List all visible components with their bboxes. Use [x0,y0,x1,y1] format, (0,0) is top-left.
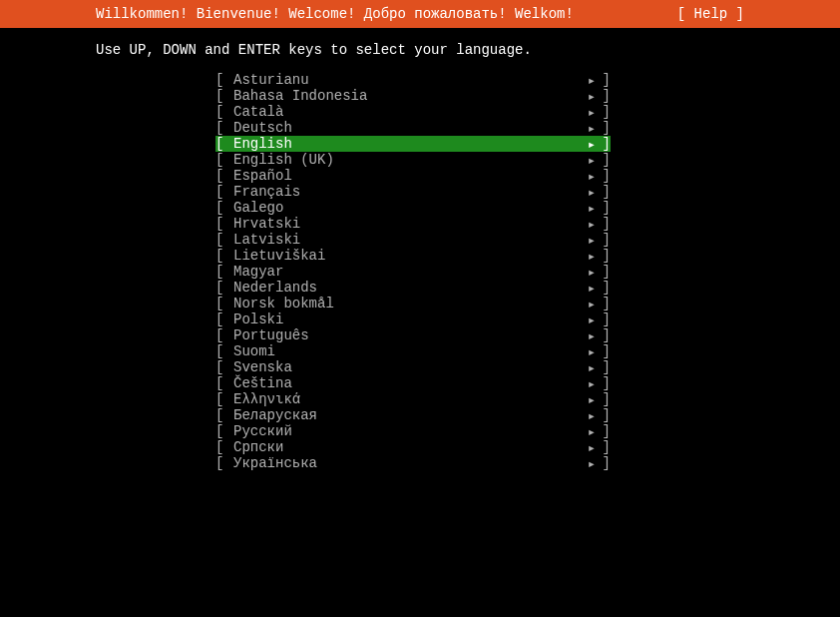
language-option[interactable]: [Norsk bokmål▸] [215,296,611,311]
help-button[interactable]: [ Help ] [677,6,840,22]
header-title: Willkommen! Bienvenue! Welcome! Добро по… [0,6,574,22]
bracket-open: [ [215,375,233,391]
language-label: Suomi [233,343,583,359]
language-menu: [Asturianu▸][Bahasa Indonesia▸][Català▸]… [0,72,840,471]
language-option[interactable]: [Čeština▸] [215,375,611,391]
bracket-close: ] [601,104,611,120]
language-option[interactable]: [Українська▸] [215,455,611,471]
bracket-open: [ [215,200,233,216]
bracket-open: [ [215,407,233,423]
language-option[interactable]: [Bahasa Indonesia▸] [215,88,611,104]
language-label: Ελληνικά [233,391,583,407]
submenu-arrow-icon: ▸ [583,327,601,344]
bracket-open: [ [215,152,233,168]
language-option[interactable]: [Magyar▸] [215,264,611,280]
submenu-arrow-icon: ▸ [583,407,601,424]
instruction-text: Use UP, DOWN and ENTER keys to select yo… [0,28,840,72]
bracket-close: ] [601,423,611,439]
submenu-arrow-icon: ▸ [583,232,601,249]
bracket-open: [ [215,391,233,407]
bracket-close: ] [601,136,611,152]
bracket-close: ] [601,264,611,280]
bracket-open: [ [215,311,233,327]
language-option[interactable]: [Français▸] [215,184,611,200]
submenu-arrow-icon: ▸ [583,343,601,360]
bracket-open: [ [215,136,233,152]
bracket-open: [ [215,439,233,455]
language-label: Русский [233,423,583,439]
submenu-arrow-icon: ▸ [583,184,601,201]
submenu-arrow-icon: ▸ [583,72,601,89]
language-option[interactable]: [Ελληνικά▸] [215,391,611,407]
language-option[interactable]: [Српски▸] [215,439,611,455]
submenu-arrow-icon: ▸ [583,311,601,328]
bracket-close: ] [601,407,611,423]
submenu-arrow-icon: ▸ [583,216,601,233]
language-option[interactable]: [Hrvatski▸] [215,216,611,232]
bracket-close: ] [601,184,611,200]
language-option[interactable]: [Lietuviškai▸] [215,248,611,264]
language-label: Deutsch [233,120,583,136]
language-option[interactable]: [Português▸] [215,327,611,343]
language-option[interactable]: [Svenska▸] [215,359,611,375]
submenu-arrow-icon: ▸ [583,359,601,376]
submenu-arrow-icon: ▸ [583,375,601,392]
language-option[interactable]: [Polski▸] [215,311,611,327]
language-option[interactable]: [Suomi▸] [215,343,611,359]
bracket-open: [ [215,104,233,120]
language-label: Hrvatski [233,216,583,232]
bracket-open: [ [215,168,233,184]
bracket-close: ] [601,359,611,375]
bracket-open: [ [215,216,233,232]
language-label: English [233,136,583,152]
language-label: Nederlands [233,280,583,296]
language-option[interactable]: [English▸] [215,136,611,152]
bracket-close: ] [601,152,611,168]
bracket-open: [ [215,232,233,248]
header-bar: Willkommen! Bienvenue! Welcome! Добро по… [0,0,840,28]
bracket-close: ] [601,200,611,216]
bracket-close: ] [601,391,611,407]
bracket-close: ] [601,296,611,311]
bracket-open: [ [215,184,233,200]
language-label: Українська [233,455,583,471]
language-option[interactable]: [Català▸] [215,104,611,120]
submenu-arrow-icon: ▸ [583,455,601,472]
language-label: Bahasa Indonesia [233,88,583,104]
language-option[interactable]: [Español▸] [215,168,611,184]
submenu-arrow-icon: ▸ [583,264,601,281]
submenu-arrow-icon: ▸ [583,120,601,137]
language-label: Magyar [233,264,583,280]
bracket-open: [ [215,280,233,296]
bracket-close: ] [601,311,611,327]
submenu-arrow-icon: ▸ [583,439,601,456]
submenu-arrow-icon: ▸ [583,104,601,121]
submenu-arrow-icon: ▸ [583,296,601,312]
bracket-open: [ [215,327,233,343]
language-label: Latviski [233,232,583,248]
language-option[interactable]: [English (UK)▸] [215,152,611,168]
bracket-open: [ [215,359,233,375]
language-label: Polski [233,311,583,327]
language-option[interactable]: [Deutsch▸] [215,120,611,136]
submenu-arrow-icon: ▸ [583,280,601,297]
language-label: English (UK) [233,152,583,168]
bracket-close: ] [601,232,611,248]
language-option[interactable]: [Беларуская▸] [215,407,611,423]
language-label: Беларуская [233,407,583,423]
language-label: Català [233,104,583,120]
language-option[interactable]: [Galego▸] [215,200,611,216]
language-option[interactable]: [Русский▸] [215,423,611,439]
language-label: Norsk bokmål [233,296,583,311]
bracket-close: ] [601,375,611,391]
bracket-close: ] [601,327,611,343]
submenu-arrow-icon: ▸ [583,200,601,217]
language-label: Asturianu [233,72,583,88]
bracket-open: [ [215,88,233,104]
language-option[interactable]: [Nederlands▸] [215,280,611,296]
submenu-arrow-icon: ▸ [583,423,601,440]
language-option[interactable]: [Asturianu▸] [215,72,611,88]
bracket-close: ] [601,343,611,359]
submenu-arrow-icon: ▸ [583,152,601,169]
language-option[interactable]: [Latviski▸] [215,232,611,248]
